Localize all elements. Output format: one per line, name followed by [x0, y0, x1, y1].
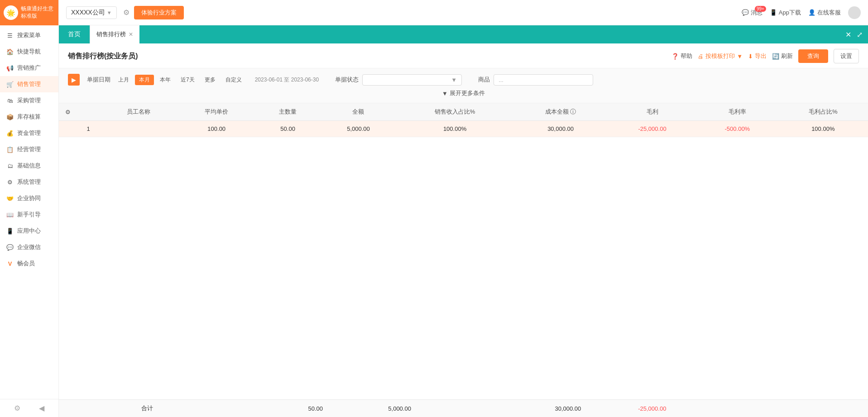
sidebar-item-cooperation[interactable]: 🤝 企业协同	[0, 190, 58, 206]
expand-conditions-button[interactable]: ▼ 展开更多条件	[68, 89, 859, 97]
export-button[interactable]: ⬇ 导出	[748, 52, 767, 60]
sidebar-settings-icon[interactable]: ⚙	[14, 404, 20, 412]
message-icon: 💬	[742, 9, 749, 16]
page-title: 销售排行榜(按业务员)	[68, 52, 138, 61]
row-gross-pct: 100.00%	[778, 121, 868, 137]
sidebar-item-quick-nav[interactable]: 🏠 快捷导航	[0, 43, 58, 60]
sidebar-item-finance[interactable]: 💰 资金管理	[0, 125, 58, 141]
app-download-button[interactable]: 📱 App下载	[770, 9, 801, 17]
sidebar-item-sales-mgmt[interactable]: 🛒 销售管理	[0, 76, 58, 92]
cooperation-icon: 🤝	[6, 195, 14, 202]
logo-text: 畅康通好生意 标准版	[21, 5, 53, 19]
sidebar-item-marketing[interactable]: 📢 营销推广	[0, 60, 58, 76]
help-icon: ❓	[671, 53, 679, 60]
search-order-icon: ☰	[6, 32, 14, 39]
window-expand-icon[interactable]: ⤢	[857, 30, 863, 39]
goods-label: 商品	[478, 76, 490, 84]
sidebar-item-purchase-mgmt[interactable]: 🛍 采购管理	[0, 92, 58, 109]
sidebar-navigation: ☰ 搜索菜单 🏠 快捷导航 📢 营销推广 🛒 销售管理 🛍 采购管理 📦 库存核…	[0, 25, 58, 399]
sidebar-item-system[interactable]: ⚙ 系统管理	[0, 174, 58, 190]
content-area: 销售排行榜(按业务员) ❓ 帮助 🖨 按模板打印 ▼ ⬇ 导出 🔄 刷新	[59, 43, 868, 417]
row-gross-rate: -500.00%	[696, 121, 778, 137]
query-button[interactable]: 查询	[798, 49, 828, 63]
basic-info-icon: 🗂	[6, 162, 14, 169]
filter-area: ▶ 单据日期 上月 本月 本年 近7天 更多 自定义 2023-06-01 至 …	[59, 68, 868, 103]
tab-sales-ranking[interactable]: 销售排行榜 ✕	[90, 25, 139, 43]
print-button[interactable]: 🖨 按模板打印 ▼	[698, 52, 743, 60]
online-service-button[interactable]: 👤 在线客服	[808, 9, 841, 17]
filter-status: 单据状态 ▼	[335, 74, 462, 86]
settings-button[interactable]: 设置	[834, 49, 859, 63]
app-download-icon: 📱	[770, 9, 777, 16]
col-gross-pct: 毛利占比%	[778, 103, 868, 121]
footer-qty: 50.00	[273, 405, 358, 412]
sidebar-footer: ⚙ ◀	[0, 399, 58, 417]
date-pill-this-month[interactable]: 本月	[135, 75, 154, 85]
row-gross: -25,000.00	[608, 121, 696, 137]
industry-solution-button[interactable]: 体验行业方案	[134, 6, 184, 19]
page-header: 销售排行榜(按业务员) ❓ 帮助 🖨 按模板打印 ▼ ⬇ 导出 🔄 刷新	[59, 43, 868, 68]
sidebar-item-search-order[interactable]: ☰ 搜索菜单	[0, 27, 58, 43]
home-icon: 🏠	[6, 48, 14, 55]
date-pill-this-year[interactable]: 本年	[156, 75, 175, 85]
row-qty: 50.00	[255, 121, 320, 137]
operations-icon: 📋	[6, 146, 14, 153]
date-pill-custom[interactable]: 自定义	[221, 75, 246, 85]
date-pill-7days[interactable]: 近7天	[177, 75, 199, 85]
sidebar-item-operations[interactable]: 📋 经营管理	[0, 141, 58, 158]
status-label: 单据状态	[335, 76, 359, 84]
sidebar-item-wechat[interactable]: 💬 企业微信	[0, 239, 58, 255]
finance-icon: 💰	[6, 129, 14, 137]
sidebar-collapse-icon[interactable]: ◀	[39, 404, 44, 412]
system-icon: ⚙	[6, 178, 14, 186]
help-button[interactable]: ❓ 帮助	[671, 52, 692, 60]
window-close-icon[interactable]: ✕	[845, 30, 851, 39]
print-icon: 🖨	[698, 53, 704, 60]
sidebar-item-inventory[interactable]: 📦 库存核算	[0, 109, 58, 125]
refresh-button[interactable]: 🔄 刷新	[772, 52, 793, 60]
row-amount: 5,000.00	[320, 121, 397, 137]
row-cost: 30,000.00	[513, 121, 608, 137]
sidebar-item-app-center[interactable]: 📱 应用中心	[0, 223, 58, 239]
filter-toggle-button[interactable]: ▶	[68, 74, 80, 86]
main-content: XXXXX公司 ▼ ⚙ 体验行业方案 💬 消息 99+ 📱 App下载 👤 在线…	[59, 0, 868, 417]
goods-placeholder: ...	[499, 77, 588, 83]
sidebar-item-basic-info[interactable]: 🗂 基础信息	[0, 158, 58, 174]
col-rank	[77, 103, 100, 121]
row-sales-pct: 100.00%	[397, 121, 513, 137]
user-avatar[interactable]	[848, 6, 861, 19]
sidebar: 🌟 畅康通好生意 标准版 ☰ 搜索菜单 🏠 快捷导航 📢 营销推广 🛒 销售管理…	[0, 0, 59, 417]
tab-close-icon[interactable]: ✕	[129, 31, 133, 38]
col-amount: 全额	[320, 103, 397, 121]
row-rank: 1	[77, 121, 100, 137]
date-pills: 上月 本月 本年 近7天 更多 自定义	[114, 75, 246, 85]
message-button[interactable]: 💬 消息 99+	[742, 9, 762, 17]
filter-date: 单据日期 上月 本月 本年 近7天 更多 自定义	[87, 75, 246, 85]
page-actions: ❓ 帮助 🖨 按模板打印 ▼ ⬇ 导出 🔄 刷新 查询 设置	[671, 49, 859, 63]
membership-icon: V	[6, 260, 14, 267]
column-settings-icon[interactable]: ⚙	[65, 109, 71, 115]
col-gross: 毛利	[608, 103, 696, 121]
date-pill-more[interactable]: 更多	[201, 75, 220, 85]
goods-input[interactable]: ...	[494, 74, 593, 86]
sales-icon: 🛒	[6, 81, 14, 88]
company-selector[interactable]: XXXXX公司 ▼	[66, 6, 117, 19]
wechat-icon: 💬	[6, 244, 14, 251]
expand-icon: ▼	[442, 90, 448, 97]
sidebar-item-guide[interactable]: 📖 新手引导	[0, 206, 58, 223]
table-header-row: ⚙ 员工名称 平均单价 主数量 全额 销售收入占比% 成本全额 ⓘ 毛利 毛利率…	[59, 103, 868, 121]
topbar-settings-icon[interactable]: ⚙	[123, 8, 129, 17]
status-chevron-icon: ▼	[451, 77, 457, 83]
status-select[interactable]: ▼	[362, 74, 462, 86]
sidebar-item-membership[interactable]: V 畅会员	[0, 255, 58, 272]
footer-cost: 30,000.00	[526, 405, 610, 412]
col-avg-price: 平均单价	[177, 103, 255, 121]
inventory-icon: 📦	[6, 113, 14, 120]
date-pill-last-month[interactable]: 上月	[114, 75, 133, 85]
date-label: 单据日期	[87, 76, 110, 84]
tabbar: 首页 销售排行榜 ✕ ✕ ⤢	[59, 25, 868, 43]
tab-home[interactable]: 首页	[59, 25, 90, 43]
footer-label: 合计	[105, 404, 189, 412]
export-icon: ⬇	[748, 53, 753, 60]
table-row: 1 100.00 50.00 5,000.00 100.00% 30,000.0…	[59, 121, 868, 137]
